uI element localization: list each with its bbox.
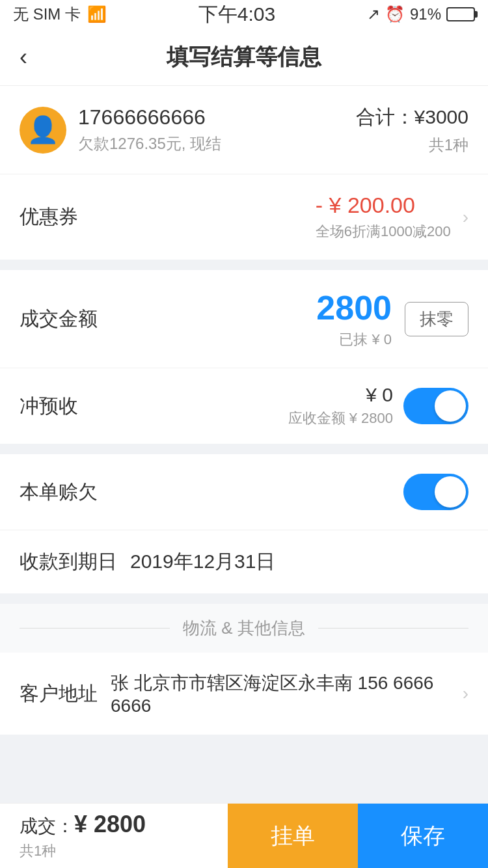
location-icon: ↗ [367, 5, 380, 23]
prepay-sub: 应收金额 ¥ 2800 [288, 409, 393, 428]
save-button[interactable]: 保存 [358, 804, 488, 868]
address-label: 客户地址 [20, 681, 98, 707]
coupon-right: - ¥ 200.00 全场6折满1000减200 › [316, 193, 468, 241]
logistics-divider: 物流 & 其他信息 [0, 604, 488, 653]
debit-toggle[interactable] [403, 474, 468, 510]
customer-total: 合计：¥3000 [356, 104, 468, 131]
customer-sub: 欠款1276.35元, 现结 [78, 133, 221, 154]
due-date-row: 收款到期日 2019年12月31日 [0, 530, 488, 593]
battery-percent: 91% [410, 5, 441, 23]
customer-left: 👤 17666666666 欠款1276.35元, 现结 [20, 105, 221, 154]
prepay-right: ¥ 0 应收金额 ¥ 2800 [288, 384, 468, 428]
coupon-arrow-icon: › [463, 207, 468, 228]
status-bar: 无 SIM 卡 📶 下午4:03 ↗ ⏰ 91% [0, 0, 488, 29]
debit-row: 本单赊欠 [0, 454, 488, 530]
prepay-label: 冲预收 [20, 393, 78, 420]
debit-toggle-knob [435, 476, 466, 508]
address-row[interactable]: 客户地址 张 北京市市辖区海淀区永丰南 156 6666 6666 › [0, 653, 488, 735]
bottom-summary: 成交：¥ 2800 共1种 [0, 804, 228, 868]
deal-label: 成交： [20, 816, 74, 836]
address-value: 张 北京市市辖区海淀区永丰南 156 6666 6666 [111, 671, 450, 716]
prepay-amount: ¥ 0 [288, 384, 393, 406]
prepay-amount-block: ¥ 0 应收金额 ¥ 2800 [288, 384, 393, 428]
amount-value: 2800 [316, 288, 392, 327]
toggle-knob [435, 390, 466, 422]
wifi-icon: 📶 [87, 5, 107, 23]
coupon-label: 优惠券 [20, 204, 78, 230]
amount-right: 2800 已抹 ¥ 0 抹零 [316, 288, 468, 349]
page-title: 填写结算等信息 [167, 42, 321, 72]
logistics-label: 物流 & 其他信息 [183, 617, 305, 640]
prepay-row: 冲预收 ¥ 0 应收金额 ¥ 2800 [0, 368, 488, 444]
bottom-deal: 成交：¥ 2800 [20, 811, 208, 839]
time-display: 下午4:03 [198, 1, 275, 28]
carrier-text: 无 SIM 卡 [13, 4, 81, 25]
amount-sub: 已抹 ¥ 0 [316, 330, 392, 349]
status-left: 无 SIM 卡 📶 [13, 4, 107, 25]
back-button[interactable]: ‹ [13, 37, 34, 77]
divider-line-right [318, 628, 468, 629]
customer-info: 17666666666 欠款1276.35元, 现结 [78, 105, 221, 154]
deal-price: ¥ 2800 [74, 811, 146, 837]
customer-row: 👤 17666666666 欠款1276.35元, 现结 合计：¥3000 共1… [0, 86, 488, 174]
battery-icon [446, 7, 475, 21]
bottom-bar: 成交：¥ 2800 共1种 挂单 保存 [0, 803, 488, 868]
debit-section: 本单赊欠 收款到期日 2019年12月31日 [0, 454, 488, 593]
customer-count: 共1种 [356, 135, 468, 156]
alarm-icon: ⏰ [385, 5, 405, 23]
bottom-count: 共1种 [20, 841, 208, 861]
amount-row: 成交金额 2800 已抹 ¥ 0 抹零 [0, 270, 488, 368]
due-date-label: 收款到期日 [20, 549, 117, 575]
prepay-toggle[interactable] [403, 388, 468, 424]
divider-line-left [20, 628, 170, 629]
status-right: ↗ ⏰ 91% [367, 5, 475, 23]
customer-phone: 17666666666 [78, 105, 221, 129]
coupon-row[interactable]: 优惠券 - ¥ 200.00 全场6折满1000减200 › [0, 174, 488, 260]
address-section: 客户地址 张 北京市市辖区海淀区永丰南 156 6666 6666 › [0, 653, 488, 735]
customer-section: 👤 17666666666 欠款1276.35元, 现结 合计：¥3000 共1… [0, 86, 488, 260]
address-arrow-icon: › [463, 683, 468, 704]
amount-label: 成交金额 [20, 306, 98, 332]
coupon-desc: 全场6折满1000减200 [316, 222, 451, 241]
pending-button[interactable]: 挂单 [228, 804, 358, 868]
due-date-value: 2019年12月31日 [130, 549, 275, 575]
customer-right: 合计：¥3000 共1种 [356, 104, 468, 156]
avatar: 👤 [20, 107, 66, 154]
coupon-discount: - ¥ 200.00 [316, 193, 451, 218]
round-zero-button[interactable]: 抹零 [405, 302, 468, 336]
amount-section: 成交金额 2800 已抹 ¥ 0 抹零 冲预收 ¥ 0 应收金额 ¥ 2800 [0, 270, 488, 444]
debit-label: 本单赊欠 [20, 479, 98, 506]
nav-bar: ‹ 填写结算等信息 [0, 29, 488, 86]
